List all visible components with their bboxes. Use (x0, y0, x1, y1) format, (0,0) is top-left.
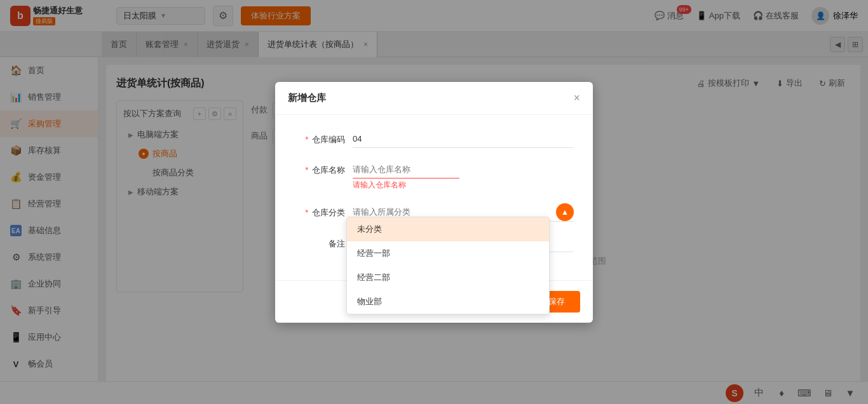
name-input-wrapper: 请输入仓库名称 (353, 161, 459, 191)
name-label: * 仓库名称 (294, 161, 345, 176)
note-label: 备注 (294, 234, 345, 250)
category-dropdown-toggle[interactable]: ▲ (556, 203, 574, 221)
form-row-name: * 仓库名称 请输入仓库名称 (294, 161, 574, 191)
dropdown-item-1[interactable]: 经营一部 (347, 241, 549, 266)
required-star-category: * (305, 208, 308, 217)
modal-title: 新增仓库 (288, 92, 326, 104)
dropdown-item-3[interactable]: 物业部 (347, 290, 549, 314)
modal-overlay: 新增仓库 × * 仓库编码 * 仓库名称 (0, 0, 868, 404)
form-row-code: * 仓库编码 (294, 130, 574, 148)
modal-body: * 仓库编码 * 仓库名称 请输入仓库名称 (275, 115, 593, 280)
name-input[interactable] (353, 161, 459, 178)
modal-header: 新增仓库 × (275, 82, 593, 115)
category-dropdown-list: 未分类 经营一部 经营二部 物业部 (346, 217, 550, 314)
category-label: * 仓库分类 (294, 203, 345, 219)
code-input[interactable] (353, 130, 574, 148)
dropdown-item-0[interactable]: 未分类 (347, 217, 549, 241)
modal-close-button[interactable]: × (573, 92, 580, 104)
name-error-msg: 请输入仓库名称 (353, 180, 459, 191)
code-label: * 仓库编码 (294, 130, 345, 145)
modal-add-warehouse: 新增仓库 × * 仓库编码 * 仓库名称 (275, 82, 593, 323)
dropdown-item-2[interactable]: 经营二部 (347, 266, 549, 290)
required-star-name: * (305, 165, 308, 175)
required-star-code: * (305, 135, 308, 144)
